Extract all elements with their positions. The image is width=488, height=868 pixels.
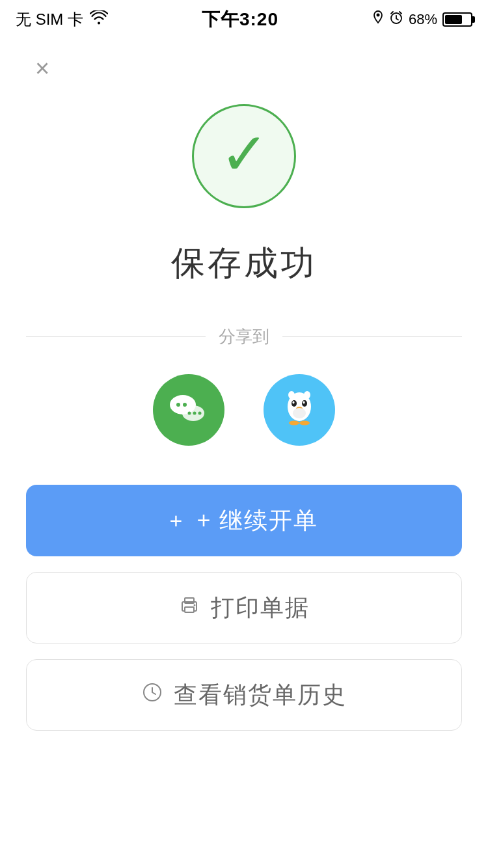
svg-point-23 bbox=[194, 604, 196, 606]
qq-icon bbox=[280, 387, 319, 433]
svg-point-7 bbox=[193, 412, 197, 415]
svg-point-6 bbox=[188, 412, 191, 415]
svg-point-10 bbox=[291, 400, 297, 407]
status-right: 68% bbox=[372, 10, 472, 29]
close-icon: × bbox=[35, 56, 49, 81]
svg-point-17 bbox=[299, 421, 310, 426]
print-button[interactable]: 打印单据 bbox=[26, 572, 462, 644]
svg-point-16 bbox=[289, 421, 299, 426]
history-button[interactable]: 查看销货单历史 bbox=[26, 659, 462, 731]
sim-label: 无 SIM 卡 bbox=[16, 9, 83, 30]
svg-point-8 bbox=[198, 412, 202, 415]
continue-label: + 继续开单 bbox=[197, 505, 318, 537]
share-divider-row: 分享到 bbox=[26, 325, 462, 348]
svg-point-11 bbox=[302, 400, 307, 407]
share-icons bbox=[153, 374, 335, 446]
wechat-share-button[interactable] bbox=[153, 374, 224, 446]
share-section: 分享到 bbox=[26, 325, 462, 446]
divider-right bbox=[282, 336, 462, 337]
success-circle: ✓ bbox=[192, 104, 296, 208]
history-icon bbox=[141, 681, 163, 709]
plus-icon: + bbox=[170, 508, 184, 534]
wechat-icon bbox=[166, 387, 211, 433]
svg-point-18 bbox=[288, 391, 295, 399]
close-button[interactable]: × bbox=[26, 52, 59, 85]
action-buttons: + + 继续开单 打印单据 查看销货单历 bbox=[26, 485, 462, 731]
divider-left bbox=[26, 336, 206, 337]
status-left: 无 SIM 卡 bbox=[16, 9, 108, 30]
history-label: 查看销货单历史 bbox=[174, 679, 347, 711]
svg-rect-22 bbox=[185, 607, 194, 612]
svg-point-13 bbox=[303, 401, 305, 404]
alarm-icon bbox=[389, 10, 403, 29]
status-time: 下午3:20 bbox=[202, 7, 278, 32]
close-button-row: × bbox=[26, 39, 462, 104]
continue-button[interactable]: + + 继续开单 bbox=[26, 485, 462, 556]
svg-point-0 bbox=[376, 14, 379, 17]
svg-point-15 bbox=[293, 408, 306, 418]
svg-point-19 bbox=[304, 391, 310, 399]
svg-point-4 bbox=[183, 403, 187, 407]
status-bar: 无 SIM 卡 下午3:20 68% bbox=[0, 0, 488, 39]
svg-point-12 bbox=[293, 401, 295, 404]
battery-icon bbox=[442, 12, 472, 27]
page-container: × ✓ 保存成功 分享到 bbox=[0, 39, 488, 731]
checkmark-icon: ✓ bbox=[220, 125, 269, 183]
share-label: 分享到 bbox=[219, 325, 269, 348]
battery-percentage: 68% bbox=[409, 11, 437, 28]
print-icon bbox=[178, 594, 200, 622]
location-icon bbox=[372, 10, 384, 29]
success-title: 保存成功 bbox=[171, 241, 317, 286]
print-label: 打印单据 bbox=[211, 592, 310, 624]
qq-share-button[interactable] bbox=[264, 374, 335, 446]
svg-point-3 bbox=[176, 403, 180, 407]
wifi-icon bbox=[90, 10, 108, 29]
